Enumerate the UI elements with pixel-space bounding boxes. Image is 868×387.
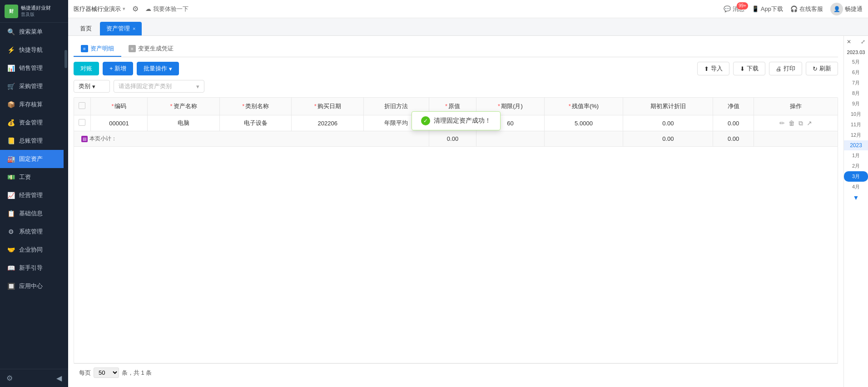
gear-icon: ⚙: [132, 5, 139, 13]
settings-footer-icon[interactable]: ⚙: [6, 374, 13, 382]
sidebar-item-inventory[interactable]: 📦 库存核算: [0, 95, 68, 114]
user-menu-button[interactable]: 👤 畅捷通: [830, 3, 863, 15]
month-10[interactable]: 10月: [844, 109, 868, 119]
finance-icon: 💰: [6, 118, 15, 127]
sidebar-item-purchase[interactable]: 🛒 采购管理: [0, 77, 68, 95]
export-button[interactable]: ⬆ 导入: [697, 62, 729, 75]
month-7[interactable]: 7月: [844, 78, 868, 88]
sub-tab-change-voucher[interactable]: ≡ 变更生成凭证: [121, 41, 181, 57]
customer-service-button[interactable]: 🎧 在线客服: [790, 5, 823, 13]
copy-icon[interactable]: ⧉: [799, 119, 803, 127]
month-6[interactable]: 6月: [844, 67, 868, 78]
month-8[interactable]: 8月: [844, 88, 868, 99]
subtotal-net-value: 0.00: [713, 131, 754, 147]
month-12[interactable]: 12月: [844, 130, 868, 140]
month-2[interactable]: 2月: [844, 161, 868, 171]
batch-dropdown-arrow: ▾: [169, 65, 172, 72]
subtotal-original-value: 0.00: [429, 131, 476, 147]
account-button[interactable]: 对账: [74, 62, 99, 75]
toast-message: 清理固定资产成功！: [434, 117, 491, 125]
main-area: 医疗器械行业演示 ▾ ⚙ ☁ 我要体验一下 💬 消息 99+ 📱 App下载: [68, 0, 868, 387]
more-icon[interactable]: ↗: [807, 119, 812, 127]
ledger-icon: 📒: [6, 136, 15, 145]
sidebar-item-quick-nav[interactable]: ⚡ 快捷导航: [0, 41, 68, 59]
avatar: 👤: [830, 3, 843, 15]
subtotal-icon: ▤: [81, 136, 88, 142]
category-value-arrow: ▾: [196, 83, 199, 90]
row-checkbox[interactable]: [79, 119, 85, 126]
scroll-down-indicator[interactable]: ▼: [853, 192, 859, 203]
month-11[interactable]: 11月: [844, 119, 868, 130]
experience-button[interactable]: ☁ 我要体验一下: [145, 5, 188, 13]
month-1[interactable]: 1月: [844, 150, 868, 161]
cell-category: 电子设备: [219, 115, 292, 131]
sidebar-item-fixed-assets[interactable]: 🏭 固定资产: [0, 150, 68, 168]
delete-icon[interactable]: 🗑: [789, 119, 795, 127]
month-9[interactable]: 9月: [844, 99, 868, 109]
app-download-button[interactable]: 📱 App下载: [752, 5, 783, 13]
sidebar-item-ledger[interactable]: 📒 总账管理: [0, 132, 68, 150]
cell-net-value: 0.00: [713, 115, 754, 131]
edit-icon[interactable]: ✏: [779, 119, 785, 127]
download-button[interactable]: ⬇ 下载: [733, 62, 765, 75]
sidebar-item-basic-info[interactable]: 📋 基础信息: [0, 204, 68, 223]
category-filter-type[interactable]: 类别 ▾: [74, 80, 110, 93]
app-logo-text: 畅捷通好业财 普及版: [21, 5, 51, 17]
pagination: 每页 10 20 50 100 条，共 1 条: [74, 363, 838, 382]
topbar-right: 💬 消息 99+ 📱 App下载 🎧 在线客服 👤 畅捷通: [724, 3, 863, 15]
sidebar-header: 财 畅捷通好业财 普及版: [0, 0, 68, 23]
tab-home[interactable]: 首页: [74, 22, 98, 35]
month-5[interactable]: 5月: [844, 57, 868, 67]
toolbar: 对账 + 新增 批量操作 ▾ ⬆ 导入 ⬇: [74, 62, 838, 75]
topbar-left: 医疗器械行业演示 ▾ ⚙ ☁ 我要体验一下: [74, 3, 188, 15]
settings-button[interactable]: ⚙: [129, 3, 142, 15]
print-button[interactable]: 🖨 打印: [769, 62, 802, 75]
sales-icon: 📊: [6, 64, 15, 73]
sidebar-item-system[interactable]: ⚙ 系统管理: [0, 223, 68, 241]
month-3-current[interactable]: 3月: [844, 171, 868, 182]
sidebar-item-operations[interactable]: 📈 经营管理: [0, 186, 68, 204]
collapse-sidebar-icon[interactable]: ◀: [56, 374, 62, 382]
message-button[interactable]: 💬 消息 99+: [724, 5, 744, 13]
cell-initial-depreciation: 0.00: [623, 115, 713, 131]
subtotal-period: [476, 131, 545, 147]
sidebar-item-app-center[interactable]: 🔲 应用中心: [0, 277, 68, 295]
refresh-button[interactable]: ↻ 刷新: [806, 62, 838, 75]
subtotal-action: [754, 131, 838, 147]
search-icon: 🔍: [6, 27, 15, 36]
select-all-checkbox[interactable]: [79, 102, 85, 109]
panel-expand-btn[interactable]: ⤢: [860, 38, 866, 46]
panel-close-btn[interactable]: ✕: [846, 38, 852, 46]
app-center-icon: 🔲: [6, 282, 15, 291]
tab-close-icon[interactable]: ×: [133, 26, 135, 31]
sub-tab-asset-detail[interactable]: ≡ 资产明细: [74, 41, 121, 57]
page-size-select[interactable]: 10 20 50 100: [94, 367, 119, 378]
toolbar-left: 对账 + 新增 批量操作 ▾: [74, 62, 179, 75]
batch-operation-button[interactable]: 批量操作 ▾: [137, 62, 179, 75]
purchase-icon: 🛒: [6, 82, 15, 91]
sidebar-item-payroll[interactable]: 💵 工资: [0, 168, 68, 186]
sidebar-item-finance[interactable]: 💰 资金管理: [0, 114, 68, 132]
content-inner: ≡ 资产明细 ≡ 变更生成凭证 对账 + 新增: [68, 36, 843, 387]
panel-controls: ✕ ⤢: [844, 36, 868, 48]
cell-action: ✏ 🗑 ⧉ ↗: [754, 115, 838, 131]
sidebar-item-enterprise[interactable]: 🤝 企业协同: [0, 241, 68, 259]
system-icon: ⚙: [6, 227, 15, 236]
category-filter-value[interactable]: 请选择固定资产类别 ▾: [114, 80, 204, 93]
new-button[interactable]: + 新增: [103, 62, 133, 75]
company-name: 医疗器械行业演示: [74, 5, 121, 13]
sidebar-item-guide[interactable]: 📖 新手引导: [0, 259, 68, 277]
year-month-panel: ✕ ⤢ 2023.03 5月 6月 7月 8月 9月 10月 11月 12月 2…: [843, 36, 868, 387]
download-icon: 📱: [752, 5, 759, 12]
guide-icon: 📖: [6, 263, 15, 273]
app-logo-icon: 财: [5, 5, 18, 18]
sidebar-item-search[interactable]: 🔍 搜索菜单: [0, 23, 68, 41]
col-code: *编码: [90, 98, 148, 115]
tab-asset-management[interactable]: 资产管理 ×: [100, 22, 142, 35]
col-initial-depreciation: 期初累计折旧: [623, 98, 713, 115]
sidebar-item-sales[interactable]: 📊 销售管理: [0, 59, 68, 77]
operations-icon: 📈: [6, 191, 15, 200]
export-icon: ⬆: [704, 65, 709, 72]
company-selector[interactable]: 医疗器械行业演示 ▾: [74, 5, 125, 13]
month-4[interactable]: 4月: [844, 182, 868, 192]
